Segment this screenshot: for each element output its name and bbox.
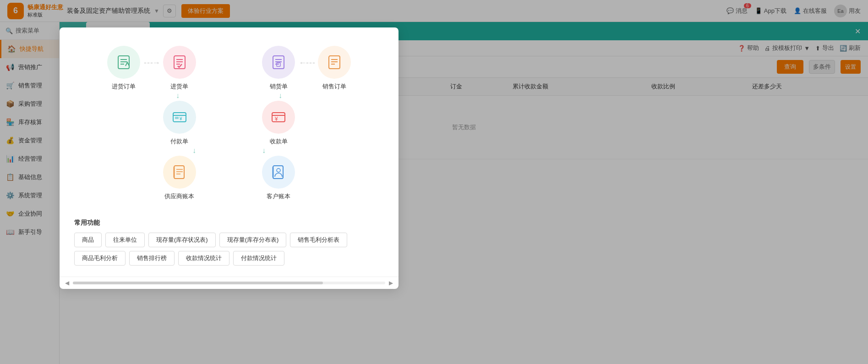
scrollbar-thumb[interactable] (73, 282, 323, 284)
arrow-v1-wrap: ↓ (107, 91, 196, 101)
purchase-flow-row: 进货订单 - - -→ 进货单 (107, 46, 196, 91)
scroll-left-icon[interactable]: ◀ (65, 280, 69, 286)
func-btn-goods[interactable]: 商品 (74, 233, 102, 247)
svg-text:¥: ¥ (179, 116, 182, 121)
arrow-v1: ↓ (176, 92, 180, 100)
customer-ledger-icon (262, 156, 295, 189)
purchase-order-label: 进货订单 (112, 82, 136, 91)
func-btn-receipt-stats[interactable]: 收款情况统计 (178, 251, 229, 266)
common-functions-title: 常用功能 (74, 219, 384, 227)
flow-receipt: ¥ 收款单 (262, 101, 295, 146)
flow-section: 进货订单 - - -→ 进货单 (74, 38, 384, 208)
purchase-receipt-icon (163, 46, 196, 79)
sales-bill-label: 销货单 (270, 82, 288, 91)
purchase-order-icon (107, 46, 140, 79)
arrow-h2: ←- - - (299, 58, 314, 79)
payment-row: ¥ 付款单 (107, 101, 196, 146)
svg-point-31 (277, 168, 280, 172)
customer-ledger-label: 客户账本 (267, 192, 290, 201)
func-btn-contacts[interactable]: 往来单位 (105, 233, 145, 247)
arrow-h1: - - -→ (144, 58, 159, 79)
arrow-v2: ↓ (192, 147, 196, 155)
flow-customer-ledger: 客户账本 (262, 156, 295, 201)
flow-supplier-ledger: 供应商账本 (163, 156, 196, 201)
sales-order-label: 销售订单 (322, 82, 346, 91)
main-body: 🔍 搜索菜单 🏠 快捷导航 📢 营销推广 🛒 销售管理 📦 采购管理 🏪 (0, 22, 868, 364)
sales-flow-row: 销货单 ←- - - 销售订单 (262, 46, 351, 91)
svg-rect-26 (272, 113, 285, 122)
arrow-v4: ↓ (262, 147, 266, 155)
receipt-row: ¥ 收款单 (262, 101, 351, 146)
func-btn-sales-ranking[interactable]: 销售排行榜 (129, 251, 175, 266)
scroll-right-icon[interactable]: ▶ (389, 280, 393, 286)
purchase-receipt-label: 进货单 (170, 82, 188, 91)
function-buttons: 商品 往来单位 现存量(库存状况表) 现存量(库存分布表) 销售毛利分析表 商品… (74, 233, 384, 266)
supplier-ledger-row: 供应商账本 (107, 156, 196, 201)
scrollbar-track (73, 282, 385, 284)
arrow-v2-wrap: ↓ (107, 146, 196, 156)
func-btn-payment-stats[interactable]: 付款情况统计 (233, 251, 284, 266)
supplier-ledger-label: 供应商账本 (164, 192, 194, 201)
popup-scrollbar: ◀ ▶ (60, 277, 399, 289)
arrow-v3: ↓ (278, 92, 282, 100)
func-btn-sales-margin[interactable]: 销售毛利分析表 (290, 233, 347, 247)
popup-content: 进货订单 - - -→ 进货单 (60, 27, 399, 277)
receipt-icon: ¥ (262, 101, 295, 134)
func-btn-goods-margin[interactable]: 商品毛利分析 (74, 251, 126, 266)
svg-rect-13 (173, 167, 175, 178)
svg-text:¥: ¥ (274, 116, 278, 122)
func-btn-stock-status[interactable]: 现存量(库存状况表) (148, 233, 216, 247)
popup-overlay[interactable]: 进货订单 - - -→ 进货单 (60, 22, 868, 364)
quick-guide-popup: 进货订单 - - -→ 进货单 (60, 27, 399, 289)
common-functions: 常用功能 商品 往来单位 现存量(库存状况表) 现存量(库存分布表) 销售毛利分… (74, 219, 384, 266)
func-btn-stock-dist[interactable]: 现存量(库存分布表) (219, 233, 287, 247)
svg-rect-10 (175, 117, 179, 119)
arrow-v3-wrap: ↓ (262, 91, 351, 101)
receipt-label: 收款单 (270, 137, 288, 146)
flow-payment: ¥ 付款单 (163, 101, 196, 146)
sales-order-icon (318, 46, 351, 79)
flow-purchase-receipt: 进货单 (163, 46, 196, 91)
flow-purchase-order: 进货订单 (107, 46, 140, 91)
payment-icon: ¥ (163, 101, 196, 134)
sales-bill-icon (262, 46, 295, 79)
svg-rect-30 (272, 167, 274, 178)
flow-sales-order: 销售订单 (318, 46, 351, 91)
svg-rect-12 (174, 166, 184, 179)
customer-ledger-row: 客户账本 (262, 156, 351, 201)
supplier-ledger-icon (163, 156, 196, 189)
arrow-v4-wrap: ↓ (262, 146, 351, 156)
page-area: 首页 销售订单执行表 ✕ ✕ ❓ 帮助 (60, 22, 868, 364)
flow-sales-bill: 销货单 (262, 46, 295, 91)
payment-label: 付款单 (170, 137, 188, 146)
